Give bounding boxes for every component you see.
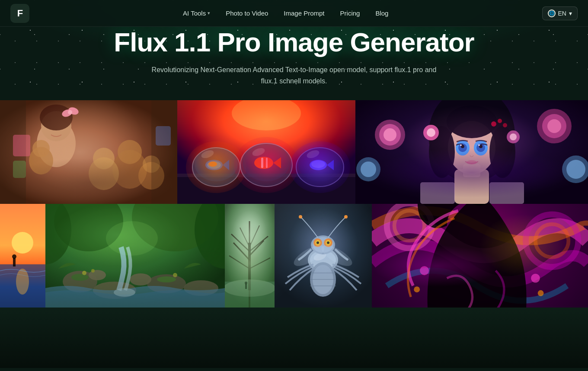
svg-point-125 bbox=[245, 282, 247, 284]
nav-center: AI Tools ▾ Photo to Video Image Prompt P… bbox=[177, 6, 394, 20]
bottom-section bbox=[0, 308, 588, 368]
lang-chevron-icon: ▾ bbox=[569, 10, 572, 17]
svg-point-100 bbox=[89, 270, 106, 280]
svg-point-103 bbox=[71, 274, 89, 281]
svg-point-156 bbox=[531, 274, 540, 283]
gallery-image-robot[interactable] bbox=[275, 204, 372, 308]
nav-blog[interactable]: Blog bbox=[369, 6, 394, 20]
nav-image-prompt[interactable]: Image Prompt bbox=[278, 6, 330, 20]
svg-point-5 bbox=[93, 148, 115, 169]
svg-point-137 bbox=[327, 241, 329, 244]
svg-point-54 bbox=[547, 119, 561, 133]
gallery-row-1 bbox=[0, 100, 588, 204]
svg-point-51 bbox=[383, 128, 396, 141]
nav-photo-video-label: Photo to Video bbox=[226, 10, 268, 17]
nav-right: 🌐 EN ▾ bbox=[542, 6, 578, 20]
image-gallery bbox=[0, 100, 588, 308]
svg-point-157 bbox=[414, 286, 420, 292]
svg-point-106 bbox=[91, 269, 95, 273]
svg-point-139 bbox=[344, 215, 348, 219]
nav-pricing-label: Pricing bbox=[340, 10, 360, 17]
svg-rect-18 bbox=[13, 135, 30, 156]
svg-rect-17 bbox=[151, 100, 177, 204]
gallery-image-girl[interactable] bbox=[0, 100, 177, 204]
svg-point-75 bbox=[478, 144, 480, 146]
svg-point-56 bbox=[361, 162, 376, 177]
svg-point-104 bbox=[157, 276, 176, 282]
svg-point-38 bbox=[234, 137, 299, 193]
svg-point-58 bbox=[566, 160, 585, 179]
svg-point-78 bbox=[427, 128, 435, 137]
lang-label: EN bbox=[558, 10, 566, 17]
gallery-image-fish[interactable] bbox=[177, 100, 355, 204]
svg-point-3 bbox=[118, 140, 142, 164]
svg-point-83 bbox=[503, 123, 507, 127]
chevron-down-icon: ▾ bbox=[208, 10, 210, 16]
svg-rect-62 bbox=[489, 182, 524, 204]
gallery-image-beach[interactable] bbox=[0, 204, 45, 308]
svg-point-155 bbox=[420, 266, 429, 275]
svg-rect-20 bbox=[156, 126, 171, 146]
svg-point-82 bbox=[498, 119, 502, 123]
svg-point-107 bbox=[173, 273, 177, 277]
gallery-image-colorful[interactable] bbox=[372, 204, 588, 308]
svg-rect-19 bbox=[13, 161, 26, 178]
gallery-row-2 bbox=[0, 204, 588, 308]
svg-point-105 bbox=[82, 271, 86, 275]
svg-point-101 bbox=[130, 273, 151, 285]
nav-photo-video[interactable]: Photo to Video bbox=[220, 6, 274, 20]
svg-point-136 bbox=[316, 241, 319, 244]
nav-ai-tools-label: AI Tools bbox=[183, 10, 206, 17]
nav-blog-label: Blog bbox=[375, 10, 388, 17]
svg-point-95 bbox=[106, 221, 158, 256]
svg-point-102 bbox=[114, 288, 135, 297]
svg-point-81 bbox=[491, 121, 496, 127]
svg-point-44 bbox=[290, 141, 350, 193]
logo-text: F bbox=[17, 8, 22, 19]
globe-icon: 🌐 bbox=[548, 10, 556, 17]
svg-point-123 bbox=[225, 279, 275, 297]
svg-point-74 bbox=[460, 144, 462, 146]
nav-ai-tools[interactable]: AI Tools ▾ bbox=[177, 6, 216, 20]
gallery-image-tree[interactable] bbox=[225, 204, 275, 308]
svg-point-80 bbox=[510, 133, 517, 140]
gallery-image-stream[interactable] bbox=[45, 204, 225, 308]
svg-point-89 bbox=[12, 254, 16, 259]
svg-point-10 bbox=[40, 105, 73, 130]
svg-point-76 bbox=[467, 160, 477, 165]
svg-rect-124 bbox=[245, 284, 247, 289]
svg-rect-88 bbox=[13, 258, 16, 266]
gallery-image-anime[interactable] bbox=[355, 100, 588, 204]
hero-subtitle: Revolutionizing Next-Generation Advanced… bbox=[143, 64, 445, 86]
nav-pricing[interactable]: Pricing bbox=[334, 6, 366, 20]
language-selector[interactable]: 🌐 EN ▾ bbox=[542, 6, 578, 20]
svg-point-87 bbox=[16, 269, 29, 295]
logo[interactable]: F bbox=[10, 4, 29, 23]
svg-point-85 bbox=[12, 232, 33, 254]
navbar: F AI Tools ▾ Photo to Video Image Prompt… bbox=[0, 0, 588, 27]
svg-point-158 bbox=[538, 290, 544, 296]
svg-rect-61 bbox=[420, 182, 455, 204]
nav-image-prompt-label: Image Prompt bbox=[284, 10, 324, 17]
svg-point-65 bbox=[447, 105, 497, 138]
svg-point-13 bbox=[68, 110, 72, 114]
svg-point-138 bbox=[299, 215, 302, 219]
hero-title: Flux 1.1 Pro Image Generator bbox=[114, 27, 474, 57]
svg-point-15 bbox=[32, 140, 50, 157]
